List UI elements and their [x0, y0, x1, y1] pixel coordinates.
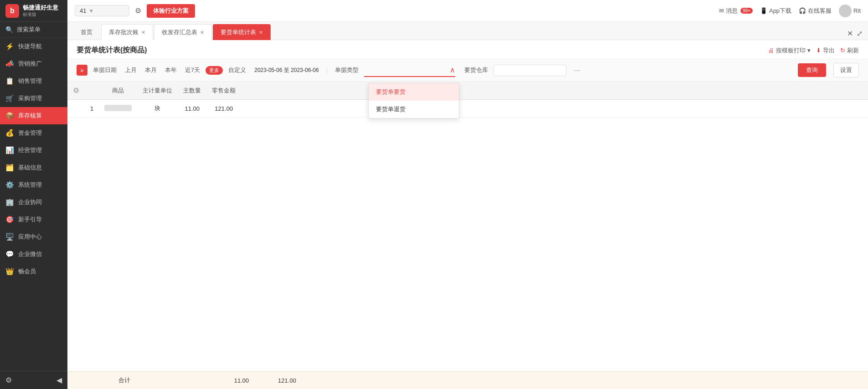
topbar-settings-icon[interactable]: ⚙ — [135, 6, 141, 15]
print-icon: 🖨 — [768, 47, 774, 54]
col-quantity: 主数量 — [178, 82, 206, 100]
collapse-icon[interactable]: ◀ — [56, 376, 62, 384]
cell-spacer-0 — [241, 100, 868, 118]
sidebar-icon-wechat: 💬 — [5, 250, 14, 258]
sidebar-item-finance[interactable]: 💰 资金管理 — [0, 124, 67, 142]
tab-close-receive-summary[interactable]: ✕ — [200, 30, 204, 36]
sidebar-item-member[interactable]: 👑 畅会员 — [0, 263, 67, 280]
sidebar-item-guide[interactable]: 🎯 新手引导 — [0, 211, 67, 228]
date-shortcut-7days[interactable]: 近7天 — [182, 65, 203, 75]
cell-unit-0: 块 — [137, 100, 178, 118]
type-filter-input[interactable] — [364, 67, 450, 73]
sidebar-label-marketing: 营销推广 — [18, 60, 62, 68]
notifications-button[interactable]: ✉ 消息 99+ — [719, 7, 753, 15]
sidebar-label-app-center: 应用中心 — [18, 233, 62, 241]
online-service-label: 在线客服 — [808, 7, 832, 15]
filter-expand-button[interactable]: » — [77, 65, 87, 76]
type-filter-select[interactable]: ∧ — [364, 64, 455, 77]
print-button[interactable]: 🖨 按模板打印 ▾ — [768, 46, 811, 55]
sidebar-bottom: ⚙ ◀ — [0, 371, 67, 389]
more-filters-button[interactable]: ··· — [574, 66, 580, 75]
expand-icon: » — [80, 67, 84, 74]
tabs-bar: 首页库存批次账✕收发存汇总表✕要货单统计表✕ ✕ ⤢ — [67, 22, 868, 40]
refresh-button[interactable]: ↻ 刷新 — [840, 46, 859, 55]
page-actions: 🖨 按模板打印 ▾ ⬇ 导出 ↻ 刷新 — [768, 46, 859, 55]
sidebar-label-wechat: 企业微信 — [18, 250, 62, 258]
date-shortcut-this-month[interactable]: 本月 — [142, 65, 159, 75]
date-shortcut-last-month[interactable]: 上月 — [122, 65, 139, 75]
sidebar-item-sales[interactable]: 📋 销售管理 — [0, 72, 67, 90]
export-button[interactable]: ⬇ 导出 — [816, 46, 835, 55]
tab-close-inventory-batch[interactable]: ✕ — [141, 30, 145, 36]
column-settings-icon[interactable]: ⚙ — [73, 87, 79, 94]
store-selector[interactable]: 41 ▾ — [75, 5, 129, 16]
sidebar-item-marketing[interactable]: 📣 营销推广 — [0, 55, 67, 72]
app-logo: b 畅捷通好生意 标准版 — [0, 0, 67, 22]
table-header-row: ⚙ 商品 主计量单位 主数量 零售金额 — [67, 82, 868, 100]
sidebar-icon-guide: 🎯 — [5, 215, 14, 224]
sidebar-icon-app-center: 🖥️ — [5, 233, 14, 241]
sidebar-icon-marketing: 📣 — [5, 60, 14, 68]
col-unit: 主计量单位 — [137, 82, 178, 100]
refresh-label: 刷新 — [847, 46, 859, 55]
sidebar-item-app-center[interactable]: 🖥️ 应用中心 — [0, 228, 67, 246]
sidebar-label-member: 畅会员 — [18, 267, 62, 276]
table-row: 1 块 11.00 121.00 — [67, 100, 868, 118]
sidebar-item-quick-nav[interactable]: ⚡ 快捷导航 — [0, 38, 67, 55]
tab-label-home: 首页 — [81, 28, 92, 36]
warehouse-filter-label: 要货仓库 — [464, 66, 488, 74]
type-dropdown-menu: 要货单要货要货单退货 — [368, 83, 459, 118]
search-icon: 🔍 — [5, 26, 13, 33]
sidebar-icon-member: 👑 — [5, 267, 14, 276]
dropdown-item-requisition-order[interactable]: 要货单要货 — [369, 83, 459, 101]
sidebar-item-basics[interactable]: 🗂️ 基础信息 — [0, 159, 67, 176]
user-name: Rit — [853, 7, 861, 14]
sidebar-search[interactable]: 🔍 搜索菜单 — [0, 22, 67, 38]
tab-label-requisition-stats: 要货单统计表 — [221, 28, 256, 36]
main-content: 41 ▾ ⚙ 体验行业方案 ✉ 消息 99+ 📱 App下载 🎧 在线客服 R — [67, 0, 868, 389]
tab-label-inventory-batch: 库存批次账 — [109, 28, 139, 36]
warehouse-filter-input[interactable] — [493, 65, 566, 76]
tab-expand-button[interactable]: ⤢ — [857, 29, 863, 38]
online-service-button[interactable]: 🎧 在线客服 — [799, 7, 832, 15]
sidebar-label-inventory: 库存核算 — [18, 112, 62, 120]
sidebar-icon-sales: 📋 — [5, 77, 14, 85]
tab-requisition-stats[interactable]: 要货单统计表✕ — [213, 24, 271, 40]
filter-divider-1: | — [326, 67, 328, 74]
chevron-down-icon: ▾ — [90, 7, 93, 14]
filter-settings-button[interactable]: 设置 — [833, 63, 859, 77]
date-shortcut-this-year[interactable]: 本年 — [162, 65, 180, 75]
type-filter-label: 单据类型 — [335, 66, 359, 74]
sidebar-item-inventory[interactable]: 📦 库存核算 — [0, 107, 67, 124]
table-container: ⚙ 商品 主计量单位 主数量 零售金额 1 块 11.00 121.00 — [67, 82, 868, 371]
tab-close-requisition-stats[interactable]: ✕ — [259, 30, 263, 36]
trial-button[interactable]: 体验行业方案 — [147, 4, 195, 18]
tab-inventory-batch[interactable]: 库存批次账✕ — [101, 24, 153, 40]
sidebar-item-purchase[interactable]: 🛒 采购管理 — [0, 90, 67, 107]
sidebar: b 畅捷通好生意 标准版 🔍 搜索菜单 ⚡ 快捷导航 📣 营销推广 📋 销售管理… — [0, 0, 67, 389]
search-button[interactable]: 查询 — [798, 63, 826, 77]
user-profile[interactable]: Rit — [839, 5, 861, 17]
sidebar-label-sales: 销售管理 — [18, 77, 62, 85]
sidebar-item-wechat[interactable]: 💬 企业微信 — [0, 246, 67, 263]
tab-home[interactable]: 首页 — [73, 24, 100, 40]
chevron-up-icon[interactable]: ∧ — [450, 66, 455, 74]
sidebar-item-operations[interactable]: 📊 经营管理 — [0, 142, 67, 159]
dropdown-item-requisition-return[interactable]: 要货单退货 — [369, 101, 459, 118]
sidebar-item-system[interactable]: ⚙️ 系统管理 — [0, 176, 67, 194]
cell-check-0[interactable] — [67, 100, 85, 118]
sidebar-label-guide: 新手引导 — [18, 215, 62, 224]
print-label: 按模板打印 — [776, 46, 806, 55]
tab-receive-summary[interactable]: 收发存汇总表✕ — [154, 24, 212, 40]
app-download-button[interactable]: 📱 App下载 — [760, 7, 791, 15]
service-icon: 🎧 — [799, 7, 806, 14]
date-more-button[interactable]: 更多 — [205, 66, 223, 75]
tab-close-all-button[interactable]: ✕ — [847, 29, 853, 38]
settings-icon[interactable]: ⚙ — [5, 376, 12, 384]
topbar-right: ✉ 消息 99+ 📱 App下载 🎧 在线客服 Rit — [719, 5, 861, 17]
date-custom-button[interactable]: 自定义 — [226, 65, 249, 75]
date-filter-label: 单据日期 — [93, 66, 117, 74]
sidebar-item-enterprise[interactable]: 🏢 企业协同 — [0, 194, 67, 211]
col-settings[interactable]: ⚙ — [67, 82, 85, 100]
date-shortcuts: 上月 本月 本年 近7天 更多 自定义 — [122, 65, 249, 75]
